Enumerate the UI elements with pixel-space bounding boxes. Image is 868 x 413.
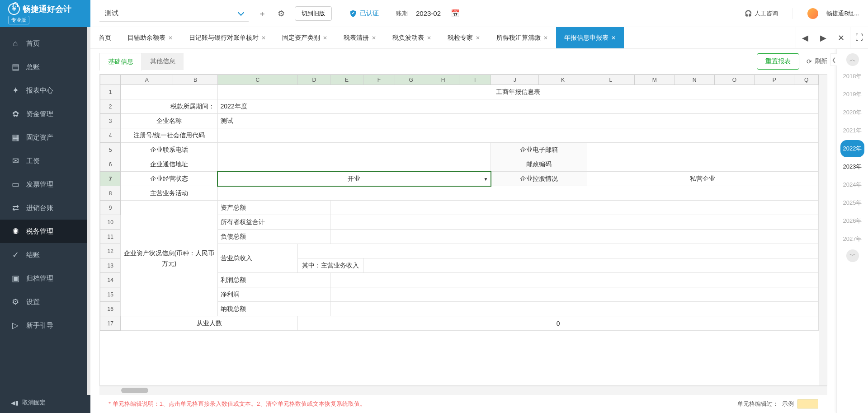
- period-value[interactable]: 2023-02: [416, 9, 441, 17]
- horizontal-scrollbar[interactable]: [99, 386, 827, 395]
- sidebar-scrollbar[interactable]: [87, 27, 90, 395]
- tab-3[interactable]: 固定资产类别✕: [274, 27, 335, 48]
- cell[interactable]: 企业通信地址: [121, 157, 217, 172]
- sidebar-item-10[interactable]: ▣归档管理: [0, 267, 90, 290]
- sidebar-item-6[interactable]: ▭发票管理: [0, 173, 90, 196]
- sidebar-item-9[interactable]: ✓结账: [0, 243, 90, 267]
- cell[interactable]: 邮政编码: [491, 157, 587, 172]
- cell[interactable]: 税款所属期间：: [121, 99, 217, 114]
- cell[interactable]: 负债总额: [217, 230, 330, 244]
- col-header-D[interactable]: D: [298, 75, 330, 85]
- cell[interactable]: 营业总收入: [217, 244, 298, 273]
- col-header-K[interactable]: K: [539, 75, 587, 85]
- cell[interactable]: 0: [298, 316, 819, 331]
- cell[interactable]: [587, 157, 818, 172]
- col-header-H[interactable]: H: [427, 75, 459, 85]
- sidebar-item-12[interactable]: ▷新手引导: [0, 314, 90, 337]
- cell[interactable]: 私营企业: [587, 172, 818, 186]
- col-header-N[interactable]: N: [675, 75, 714, 85]
- cell[interactable]: 企业名称: [121, 114, 217, 128]
- cell[interactable]: 净利润: [217, 287, 330, 302]
- support-button[interactable]: 🎧 人工咨询: [745, 9, 778, 18]
- corner-cell[interactable]: [100, 75, 121, 85]
- tab-1[interactable]: 目辅助余额表✕: [119, 27, 181, 48]
- row-header-11[interactable]: 11: [100, 230, 121, 244]
- cell[interactable]: 企业电子邮箱: [491, 143, 587, 157]
- tab-close-all[interactable]: ✕: [832, 27, 850, 49]
- switch-old-version-button[interactable]: 切到旧版: [295, 6, 332, 21]
- row-header-3[interactable]: 3: [100, 114, 121, 128]
- cell[interactable]: 主营业务活动: [121, 186, 217, 201]
- tab-2[interactable]: 日记账与银行对账单核对✕: [181, 27, 274, 48]
- tab-8[interactable]: 年报信息申报表✕: [556, 27, 624, 48]
- tab-close-icon[interactable]: ✕: [543, 35, 548, 41]
- fullscreen-icon[interactable]: ⛶: [850, 27, 868, 49]
- cell[interactable]: [217, 143, 491, 157]
- row-header-10[interactable]: 10: [100, 215, 121, 230]
- col-header-G[interactable]: G: [395, 75, 427, 85]
- refresh-button[interactable]: ⟳ 刷新: [807, 57, 827, 66]
- sidebar-item-3[interactable]: ✿资金管理: [0, 102, 90, 126]
- sidebar-item-0[interactable]: ⌂首页: [0, 32, 90, 55]
- col-header-A[interactable]: A: [121, 75, 173, 85]
- tab-close-icon[interactable]: ✕: [372, 35, 376, 41]
- row-header-6[interactable]: 6: [100, 157, 121, 172]
- year-scroll-up[interactable]: ︿: [846, 53, 859, 66]
- year-2026年[interactable]: 2026年: [840, 212, 865, 230]
- subtab-other-info[interactable]: 其他信息: [142, 53, 184, 70]
- sidebar-item-8[interactable]: ✺税务管理: [0, 220, 90, 243]
- business-status-cell[interactable]: 开业▼: [217, 172, 491, 186]
- row-header-15[interactable]: 15: [100, 287, 121, 302]
- cell[interactable]: [217, 128, 818, 143]
- year-2021年[interactable]: 2021年: [840, 122, 865, 139]
- sidebar-item-11[interactable]: ⚙设置: [0, 290, 90, 314]
- tab-close-icon[interactable]: ✕: [261, 35, 266, 41]
- row-header-14[interactable]: 14: [100, 273, 121, 287]
- unpin-button[interactable]: ◀▮ 取消固定: [0, 392, 90, 413]
- tab-6[interactable]: 税检专家✕: [439, 27, 488, 48]
- tab-close-icon[interactable]: ✕: [427, 35, 431, 41]
- cell[interactable]: [298, 244, 819, 258]
- cell[interactable]: 从业人数: [121, 316, 298, 331]
- year-2024年[interactable]: 2024年: [840, 176, 865, 193]
- col-header-F[interactable]: F: [363, 75, 395, 85]
- year-scroll-down[interactable]: ﹀: [846, 249, 859, 262]
- sidebar-item-4[interactable]: ▦固定资产: [0, 126, 90, 149]
- cell[interactable]: 2022年度: [217, 99, 818, 114]
- tab-7[interactable]: 所得税汇算清缴✕: [488, 27, 556, 48]
- row-header-9[interactable]: 9: [100, 201, 121, 215]
- year-2018年[interactable]: 2018年: [840, 68, 865, 85]
- col-header-J[interactable]: J: [491, 75, 539, 85]
- tab-close-icon[interactable]: ✕: [611, 35, 616, 41]
- row-header-17[interactable]: 17: [100, 316, 121, 331]
- sidebar-item-7[interactable]: ⇄进销台账: [0, 196, 90, 220]
- tab-close-icon[interactable]: ✕: [323, 35, 327, 41]
- row-header-8[interactable]: 8: [100, 186, 121, 201]
- cell[interactable]: [330, 230, 819, 244]
- cell[interactable]: [330, 273, 819, 287]
- username[interactable]: 畅捷通B组...: [826, 9, 859, 18]
- row-header-4[interactable]: 4: [100, 128, 121, 143]
- dropdown-arrow-icon[interactable]: ▼: [483, 176, 488, 181]
- cell[interactable]: 企业资产状况信息(币种：人民币万元): [121, 201, 217, 316]
- year-2019年[interactable]: 2019年: [840, 86, 865, 103]
- sidebar-item-1[interactable]: ▤总账: [0, 55, 90, 79]
- sidebar-item-2[interactable]: ✦报表中心: [0, 79, 90, 102]
- tab-5[interactable]: 税负波动表✕: [384, 27, 439, 48]
- cell[interactable]: 资产总额: [217, 201, 330, 215]
- year-2025年[interactable]: 2025年: [840, 194, 865, 211]
- col-header-M[interactable]: M: [635, 75, 675, 85]
- cell[interactable]: 企业经营状态: [121, 172, 217, 186]
- row-header-2[interactable]: 2: [100, 99, 121, 114]
- cell[interactable]: [330, 302, 819, 316]
- cell[interactable]: 注册号/统一社会信用代码: [121, 128, 217, 143]
- tab-close-icon[interactable]: ✕: [476, 35, 480, 41]
- gear-icon[interactable]: ⚙: [276, 8, 287, 19]
- cell[interactable]: [587, 143, 818, 157]
- col-header-C[interactable]: C: [217, 75, 298, 85]
- cell[interactable]: 所有者权益合计: [217, 215, 330, 230]
- cell[interactable]: [363, 258, 818, 273]
- col-header-B[interactable]: B: [173, 75, 217, 85]
- row-header-12[interactable]: 12: [100, 244, 121, 258]
- cell[interactable]: [217, 186, 818, 201]
